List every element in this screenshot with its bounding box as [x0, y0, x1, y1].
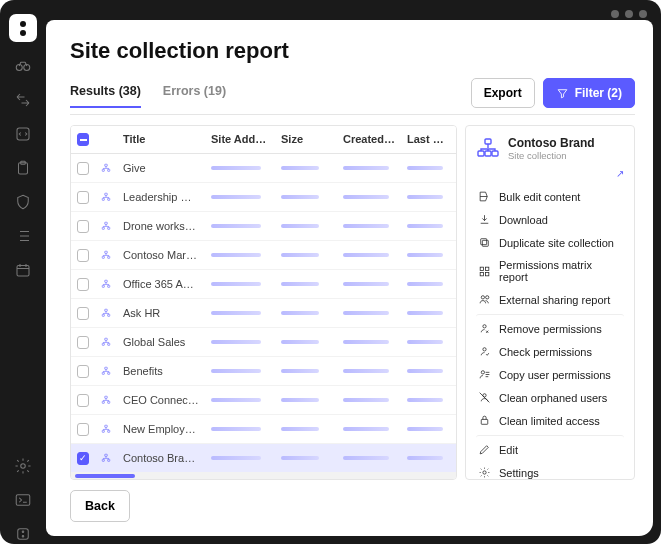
- svg-rect-62: [485, 151, 491, 156]
- table-row[interactable]: New Employ…: [71, 415, 456, 444]
- svg-rect-35: [105, 396, 108, 398]
- more-icon[interactable]: [13, 524, 33, 544]
- app-window: Site collection report Results (38) Erro…: [0, 0, 661, 544]
- action-copy-permissions[interactable]: Copy user permissions: [476, 363, 624, 386]
- table-row[interactable]: CEO Connec…: [71, 386, 456, 415]
- action-download[interactable]: Download: [476, 208, 624, 231]
- table-row[interactable]: Office 365 A…: [71, 270, 456, 299]
- row-size: [275, 391, 337, 409]
- svg-rect-12: [102, 169, 104, 171]
- terminal-icon[interactable]: [13, 490, 33, 510]
- filter-label: Filter (2): [575, 86, 622, 100]
- top-actions: Export Filter (2): [471, 78, 635, 108]
- svg-rect-14: [105, 193, 108, 195]
- tab-errors[interactable]: Errors (19): [163, 84, 226, 108]
- site-icon: [95, 154, 117, 182]
- header-title[interactable]: Title: [117, 126, 205, 153]
- site-icon: [95, 386, 117, 414]
- compare-icon[interactable]: [13, 90, 33, 110]
- action-duplicate[interactable]: Duplicate site collection: [476, 231, 624, 254]
- header-created[interactable]: Created Date: [337, 126, 401, 153]
- tab-results[interactable]: Results (38): [70, 84, 141, 108]
- gear-icon[interactable]: [13, 456, 33, 476]
- row-size: [275, 188, 337, 206]
- action-bulk-edit[interactable]: Bulk edit content: [476, 185, 624, 208]
- row-checkbox[interactable]: [71, 242, 95, 269]
- table-row[interactable]: Benefits: [71, 357, 456, 386]
- filter-button[interactable]: Filter (2): [543, 78, 635, 108]
- table-row[interactable]: Global Sales: [71, 328, 456, 357]
- header-modified[interactable]: Last modified: [401, 126, 451, 153]
- action-remove-permissions[interactable]: Remove permissions: [476, 314, 624, 340]
- header-checkbox[interactable]: [71, 126, 95, 153]
- workspace: Title Site Address Size Created Date Las…: [70, 125, 635, 480]
- row-size: [275, 449, 337, 467]
- table-row[interactable]: Give: [71, 154, 456, 183]
- svg-point-69: [481, 296, 484, 299]
- export-button[interactable]: Export: [471, 78, 535, 108]
- row-checkbox[interactable]: [71, 329, 95, 356]
- action-clean-orphaned[interactable]: Clean orphaned users: [476, 386, 624, 409]
- clipboard-icon[interactable]: [13, 158, 33, 178]
- row-size: [275, 246, 337, 264]
- row-checkbox[interactable]: [71, 445, 95, 472]
- horizontal-scrollbar[interactable]: [71, 473, 456, 479]
- open-external-icon[interactable]: ↗: [616, 168, 624, 179]
- row-checkbox[interactable]: [71, 358, 95, 385]
- header-address[interactable]: Site Address: [205, 126, 275, 153]
- svg-rect-24: [102, 285, 104, 287]
- svg-rect-75: [481, 419, 488, 424]
- row-title: Contoso Bra…: [117, 445, 205, 471]
- site-icon: [95, 299, 117, 327]
- row-checkbox[interactable]: [71, 155, 95, 182]
- calendar-icon[interactable]: [13, 260, 33, 280]
- row-checkbox[interactable]: [71, 300, 95, 327]
- row-checkbox[interactable]: [71, 416, 95, 443]
- table-row[interactable]: Contoso Bra…: [71, 444, 456, 473]
- transfer-icon[interactable]: [13, 124, 33, 144]
- table-row[interactable]: Ask HR: [71, 299, 456, 328]
- tabs: Results (38) Errors (19): [70, 84, 471, 108]
- svg-point-9: [22, 531, 24, 533]
- header-size[interactable]: Size: [275, 126, 337, 153]
- row-modified: [401, 217, 451, 235]
- row-checkbox[interactable]: [71, 184, 95, 211]
- row-size: [275, 333, 337, 351]
- list-icon[interactable]: [13, 226, 33, 246]
- row-modified: [401, 188, 451, 206]
- row-title: Ask HR: [117, 300, 205, 326]
- row-title: Benefits: [117, 358, 205, 384]
- dot-icon: [611, 10, 619, 18]
- svg-rect-39: [102, 430, 104, 432]
- back-button[interactable]: Back: [70, 490, 130, 522]
- action-permissions-matrix[interactable]: Permissions matrix report: [476, 254, 624, 288]
- shield-icon[interactable]: [13, 192, 33, 212]
- row-size: [275, 159, 337, 177]
- binoculars-icon[interactable]: [13, 56, 33, 76]
- row-checkbox[interactable]: [71, 387, 95, 414]
- site-icon: [95, 357, 117, 385]
- row-title: Give: [117, 155, 205, 181]
- action-clean-limited[interactable]: Clean limited access: [476, 409, 624, 432]
- table-row[interactable]: Contoso Mar…: [71, 241, 456, 270]
- row-address: [205, 449, 275, 467]
- row-checkbox[interactable]: [71, 271, 95, 298]
- table-row[interactable]: Leadership C…: [71, 183, 456, 212]
- table-row[interactable]: Drone works…: [71, 212, 456, 241]
- app-logo[interactable]: [9, 14, 37, 42]
- table-body[interactable]: GiveLeadership C…Drone works…Contoso Mar…: [71, 154, 456, 473]
- footer: Back: [70, 490, 635, 522]
- action-external-sharing[interactable]: External sharing report: [476, 288, 624, 311]
- row-address: [205, 304, 275, 322]
- svg-point-70: [486, 296, 489, 299]
- action-settings[interactable]: Settings: [476, 461, 624, 480]
- row-title: Office 365 A…: [117, 271, 205, 297]
- svg-rect-29: [105, 338, 108, 340]
- row-checkbox[interactable]: [71, 213, 95, 240]
- row-modified: [401, 391, 451, 409]
- action-check-permissions[interactable]: Check permissions: [476, 340, 624, 363]
- row-address: [205, 275, 275, 293]
- svg-rect-13: [108, 169, 110, 171]
- svg-rect-21: [102, 256, 104, 258]
- action-edit[interactable]: Edit: [476, 435, 624, 461]
